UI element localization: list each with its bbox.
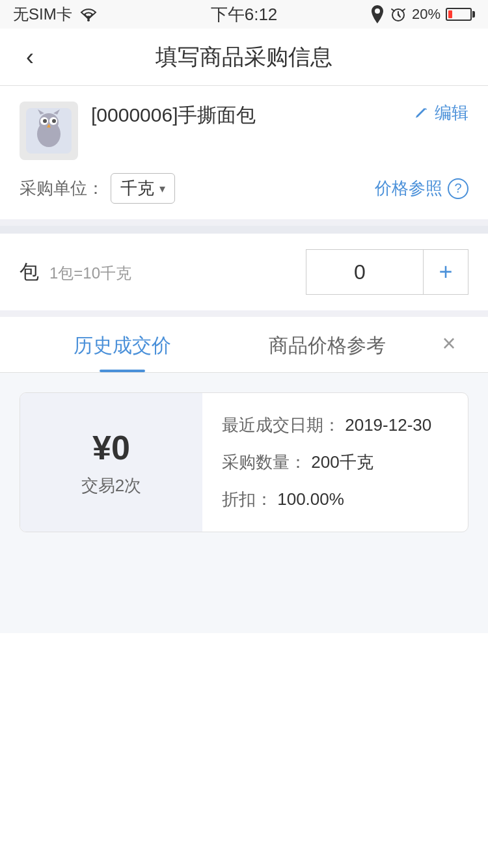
quantity-input-group: + <box>306 249 468 295</box>
price-reference-button[interactable]: 价格参照 ? <box>375 177 468 200</box>
transaction-count: 交易2次 <box>81 474 141 497</box>
unit-convert-label: 1包=10千克 <box>49 263 131 284</box>
unit-select-button[interactable]: 千克 ▾ <box>111 173 175 204</box>
back-button[interactable]: ‹ <box>20 37 40 77</box>
svg-point-8 <box>52 119 56 123</box>
transaction-left: ¥0 交易2次 <box>20 393 202 532</box>
carrier-text: 无SIM卡 <box>13 4 72 25</box>
location-icon <box>370 5 385 23</box>
unit-label: 采购单位： <box>20 177 104 200</box>
svg-point-0 <box>87 19 90 21</box>
edit-label: 编辑 <box>435 102 468 124</box>
transaction-right: 最近成交日期： 2019-12-30 采购数量： 200千克 折扣： 100.0… <box>202 393 468 532</box>
discount-label: 折扣： <box>222 489 273 509</box>
quantity-plus-button[interactable]: + <box>423 249 468 295</box>
purchase-qty-value: 200千克 <box>311 452 373 472</box>
unit-value: 千克 <box>120 177 154 200</box>
discount-value: 100.00% <box>277 489 344 509</box>
status-right: 20% <box>370 5 475 23</box>
tabs-container: 历史成交价 商品价格参考 × <box>0 317 488 373</box>
dropdown-arrow-icon: ▾ <box>159 182 165 196</box>
tabs-row: 历史成交价 商品价格参考 × <box>0 317 488 372</box>
nav-bar: ‹ 填写商品采购信息 <box>0 29 488 86</box>
transaction-price: ¥0 <box>92 427 130 468</box>
product-image-icon <box>26 108 72 154</box>
svg-point-7 <box>43 119 47 123</box>
quantity-input[interactable] <box>306 249 423 295</box>
battery-percent: 20% <box>412 6 441 23</box>
edit-icon <box>414 105 431 122</box>
status-time: 下午6:12 <box>211 3 278 26</box>
alarm-icon <box>390 6 407 23</box>
product-name: [0000006]手撕面包 <box>91 102 256 129</box>
battery-icon <box>446 8 475 21</box>
wifi-icon <box>79 7 98 21</box>
quantity-label-group: 包 1包=10千克 <box>20 259 131 286</box>
tab1-label: 历史成交价 <box>74 334 171 356</box>
tab-product-price-ref[interactable]: 商品价格参考 <box>224 317 429 372</box>
purchase-qty-row: 采购数量： 200千克 <box>222 450 448 475</box>
recent-date-label: 最近成交日期： <box>222 415 340 435</box>
purchase-qty-label: 采购数量： <box>222 452 306 472</box>
product-card: [0000006]手撕面包 编辑 采购单位： 千克 ▾ 价格参照 ? <box>0 86 488 219</box>
panel-content: ¥0 交易2次 最近成交日期： 2019-12-30 采购数量： 200千克 折… <box>0 373 488 633</box>
tab-history-price[interactable]: 历史成交价 <box>20 317 224 372</box>
section-divider <box>0 226 488 234</box>
page-title: 填写商品采购信息 <box>156 42 332 72</box>
help-icon: ? <box>448 178 468 199</box>
recent-date-row: 最近成交日期： 2019-12-30 <box>222 413 448 438</box>
bottom-space <box>0 633 488 868</box>
price-ref-label: 价格参照 <box>375 177 442 200</box>
product-info: [0000006]手撕面包 <box>91 102 256 129</box>
quantity-row: 包 1包=10千克 + <box>0 234 488 310</box>
transaction-card: ¥0 交易2次 最近成交日期： 2019-12-30 采购数量： 200千克 折… <box>20 392 468 532</box>
tab2-label: 商品价格参考 <box>269 334 386 356</box>
tab-close-button[interactable]: × <box>429 330 468 360</box>
status-left: 无SIM卡 <box>13 4 98 25</box>
edit-button[interactable]: 编辑 <box>414 102 468 124</box>
discount-row: 折扣： 100.00% <box>222 487 448 512</box>
product-unit-row: 采购单位： 千克 ▾ 价格参照 ? <box>20 173 468 204</box>
product-thumbnail <box>20 102 78 160</box>
tab-active-indicator <box>100 370 145 372</box>
unit-big-label: 包 <box>20 259 39 286</box>
recent-date-value: 2019-12-30 <box>345 415 431 435</box>
status-bar: 无SIM卡 下午6:12 20% <box>0 0 488 29</box>
